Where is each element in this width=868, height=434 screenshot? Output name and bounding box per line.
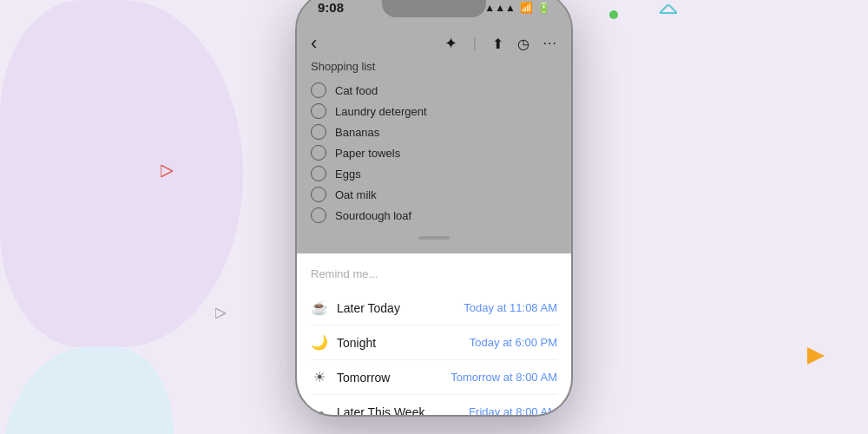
status-icons: ▲▲▲ 📶 🔋 bbox=[484, 2, 550, 14]
remind-item-label: Later This Week bbox=[337, 405, 424, 418]
battery-icon: 🔋 bbox=[537, 2, 550, 14]
list-item[interactable]: Laundry detergent bbox=[311, 101, 557, 122]
remind-item-time: Tomorrow at 8:00 AM bbox=[450, 371, 557, 384]
list-item[interactable]: Sourdough loaf bbox=[311, 205, 557, 226]
remind-section: Remind me... ☕ Later Today Today at 11:0… bbox=[297, 253, 571, 417]
list-title: Shopping list bbox=[311, 60, 557, 73]
list-item[interactable]: Eggs bbox=[311, 163, 557, 184]
list-item-text: Laundry detergent bbox=[335, 105, 427, 118]
remind-item[interactable]: ☕ Later Today Today at 11:08 AM bbox=[311, 291, 557, 326]
list-item-text: Sourdough loaf bbox=[335, 209, 411, 222]
list-checkbox[interactable] bbox=[311, 187, 326, 202]
scroll-pill bbox=[418, 236, 450, 240]
remind-item[interactable]: ☁ Later This Week Friday at 8:00 AM bbox=[311, 395, 557, 417]
remind-item-left: 🌙 Tonight bbox=[311, 334, 376, 351]
list-item[interactable]: Oat milk bbox=[311, 184, 557, 205]
phone-frame: 9:08 ▲▲▲ 📶 🔋 ‹ ✦ | ⬆ ◷ ··· bbox=[295, 0, 573, 417]
remind-item-icon: ☁ bbox=[311, 404, 328, 417]
deco-arrow-right bbox=[807, 347, 825, 365]
deco-arrow-top bbox=[660, 4, 677, 22]
svg-marker-3 bbox=[215, 308, 226, 319]
list-item[interactable]: Cat food bbox=[311, 80, 557, 101]
remind-item[interactable]: ☀ Tomorrow Tomorrow at 8:00 AM bbox=[311, 360, 557, 395]
toolbar-left: ‹ bbox=[311, 32, 317, 55]
bg-blob-right bbox=[0, 347, 174, 434]
list-checkbox[interactable] bbox=[311, 103, 326, 119]
status-time: 9:08 bbox=[318, 0, 344, 15]
bg-blob-left bbox=[0, 0, 243, 347]
remind-title: Remind me... bbox=[311, 267, 557, 280]
svg-marker-1 bbox=[807, 347, 825, 365]
clock-icon[interactable]: ◷ bbox=[517, 36, 529, 52]
more-icon[interactable]: ··· bbox=[543, 36, 557, 51]
remind-item-label: Later Today bbox=[337, 301, 400, 315]
list-checkbox[interactable] bbox=[311, 166, 326, 181]
bookmark-icon[interactable]: ✦ bbox=[444, 34, 457, 53]
notes-section: ‹ ✦ | ⬆ ◷ ··· Shopping list Cat food Lau… bbox=[297, 18, 571, 253]
remind-item-label: Tomorrow bbox=[337, 371, 390, 385]
list-checkbox[interactable] bbox=[311, 82, 326, 98]
list-item-text: Bananas bbox=[335, 126, 379, 139]
remind-item-time: Friday at 8:00 AM bbox=[469, 405, 557, 417]
svg-marker-0 bbox=[660, 4, 677, 13]
deco-arrow-small bbox=[215, 308, 226, 319]
remind-items-container: ☕ Later Today Today at 11:08 AM 🌙 Tonigh… bbox=[311, 291, 557, 417]
shopping-list: Shopping list Cat food Laundry detergent… bbox=[297, 60, 571, 226]
toolbar: ‹ ✦ | ⬆ ◷ ··· bbox=[297, 27, 571, 60]
remind-item-icon: 🌙 bbox=[311, 334, 328, 351]
phone-notch bbox=[382, 0, 486, 17]
list-checkbox[interactable] bbox=[311, 124, 326, 140]
list-item-text: Eggs bbox=[335, 168, 361, 181]
remind-item-icon: ☀ bbox=[311, 369, 328, 385]
list-item[interactable]: Bananas bbox=[311, 122, 557, 142]
wifi-icon: 📶 bbox=[520, 2, 533, 14]
list-item[interactable]: Paper towels bbox=[311, 142, 557, 163]
scroll-indicator bbox=[297, 236, 571, 240]
remind-item-time: Today at 6:00 PM bbox=[470, 336, 557, 349]
back-button[interactable]: ‹ bbox=[311, 32, 317, 55]
remind-item-icon: ☕ bbox=[311, 299, 328, 316]
remind-item-time: Today at 11:08 AM bbox=[464, 301, 557, 314]
list-checkbox[interactable] bbox=[311, 145, 326, 161]
signal-icon: ▲▲▲ bbox=[484, 2, 516, 14]
list-item-text: Paper towels bbox=[335, 147, 400, 160]
remind-item-left: ☕ Later Today bbox=[311, 299, 400, 316]
share-icon[interactable]: ⬆ bbox=[492, 36, 503, 52]
phone-container: 9:08 ▲▲▲ 📶 🔋 ‹ ✦ | ⬆ ◷ ··· bbox=[295, 0, 573, 434]
remind-item-left: ☀ Tomorrow bbox=[311, 369, 390, 385]
list-checkbox[interactable] bbox=[311, 207, 326, 223]
list-item-text: Cat food bbox=[335, 84, 378, 97]
deco-dot-green bbox=[608, 9, 620, 21]
remind-item-label: Tonight bbox=[337, 336, 376, 350]
toolbar-right: ✦ | ⬆ ◷ ··· bbox=[444, 34, 557, 53]
remind-item-left: ☁ Later This Week bbox=[311, 404, 424, 417]
svg-point-4 bbox=[609, 10, 618, 19]
remind-item[interactable]: 🌙 Tonight Today at 6:00 PM bbox=[311, 326, 557, 360]
list-item-text: Oat milk bbox=[335, 188, 377, 201]
list-items-container: Cat food Laundry detergent Bananas Paper… bbox=[311, 80, 557, 226]
